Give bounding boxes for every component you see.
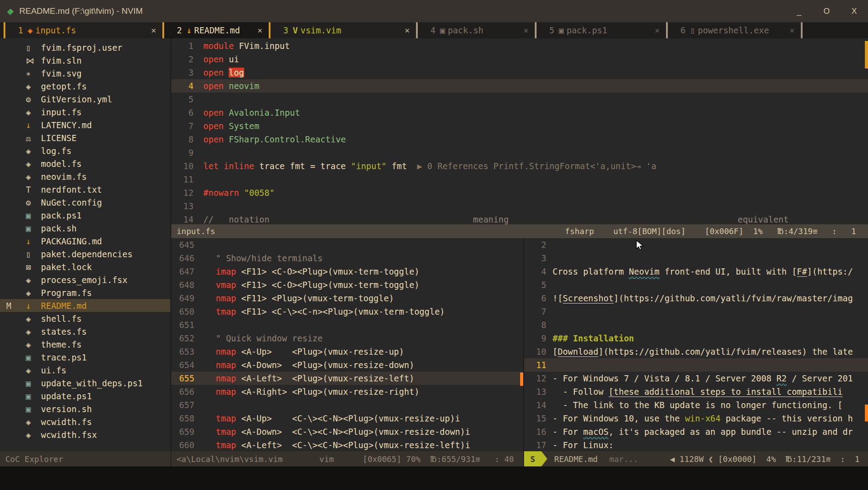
editor-line-647[interactable]: 647imap <F11> <C-O><Plug>(vmux-term-togg…	[171, 265, 523, 278]
file-item-ui.fs[interactable]: ◈ui.fs	[0, 364, 170, 377]
editor-line-4[interactable]: 4open neovim	[171, 79, 868, 93]
editor-input-fs[interactable]: 1module FVim.input2open ui3open log4open…	[171, 38, 868, 224]
editor-line-2[interactable]: 2	[524, 238, 868, 251]
editor-line-659[interactable]: 659tmap <A-Down> <C-\><C-N><Plug>(vmux-r…	[171, 425, 523, 438]
file-item-paket.dependencies[interactable]: ▯paket.dependencies	[0, 247, 170, 260]
tab-close-icon[interactable]: ×	[785, 25, 795, 35]
editor-line-6[interactable]: 6open Avalonia.Input	[171, 106, 868, 119]
file-item-paket.lock[interactable]: ⊠paket.lock	[0, 260, 170, 273]
file-item-input.fs[interactable]: ◈input.fs	[0, 105, 170, 118]
file-item-update_with_deps.ps1[interactable]: ▣update_with_deps.ps1	[0, 377, 170, 389]
file-item-fvim.sln[interactable]: ⋈fvim.sln	[0, 54, 170, 67]
tab-close-icon[interactable]: ×	[400, 25, 410, 35]
tab-pack.sh[interactable]: 4▣pack.sh×	[416, 22, 535, 38]
tab-input.fs[interactable]: 1◈input.fs×	[4, 22, 162, 38]
editor-line-1[interactable]: 1module FVim.input	[171, 39, 868, 53]
file-item-getopt.fs[interactable]: ◈getopt.fs	[0, 80, 170, 93]
editor-readme-md[interactable]: 234Cross platform Neovim front-end UI, b…	[524, 238, 868, 451]
editor-vsim-vim[interactable]: 645646" Show/hide terminals647imap <F11>…	[171, 238, 523, 451]
file-item-NuGet.config[interactable]: ⚙NuGet.config	[0, 196, 170, 209]
file-item-PACKAGING.md[interactable]: ↓PACKAGING.md	[0, 235, 170, 247]
file-item-README.md[interactable]: M↓README.md	[0, 299, 170, 312]
maximize-button[interactable]: O	[813, 0, 840, 22]
editor-line-654[interactable]: 654nmap <A-Down> <Plug>(vmux-resize-down…	[171, 358, 523, 372]
file-item-theme.fs[interactable]: ◈theme.fs	[0, 338, 170, 351]
editor-line-16[interactable]: 16- For macOS, it's packaged as an app b…	[524, 425, 868, 438]
editor-line-11[interactable]: 11	[171, 173, 868, 186]
editor-line-648[interactable]: 648vmap <F11> <C-O><Plug>(vmux-term-togg…	[171, 278, 523, 292]
file-item-Program.fs[interactable]: ◈Program.fs	[0, 286, 170, 299]
editor-line-10[interactable]: 10let inline trace fmt = trace "input" f…	[171, 159, 868, 173]
file-item-shell.fs[interactable]: ◈shell.fs	[0, 312, 170, 325]
editor-line-656[interactable]: 656nmap <A-Right> <Plug>(vmux-resize-rig…	[171, 385, 523, 398]
editor-line-5[interactable]: 5	[171, 93, 868, 106]
tab-README.md[interactable]: 2↓README.md×	[162, 22, 269, 38]
editor-line-7[interactable]: 7	[524, 305, 868, 318]
file-item-neovim.fs[interactable]: ◈neovim.fs	[0, 170, 170, 183]
editor-line-5[interactable]: 5	[524, 278, 868, 292]
editor-line-645[interactable]: 645	[171, 238, 523, 251]
editor-line-650[interactable]: 650tmap <F11> <C-\><C-n><Plug>(vmux-term…	[171, 305, 523, 318]
file-item-version.sh[interactable]: ▣version.sh	[0, 402, 170, 415]
file-item-process_emoji.fsx[interactable]: ◈process_emoji.fsx	[0, 273, 170, 286]
editor-line-660[interactable]: 660tmap <A-Left> <C-\><C-N><Plug>(vmux-r…	[171, 438, 523, 451]
editor-line-646[interactable]: 646" Show/hide terminals	[171, 251, 523, 265]
editor-line-8[interactable]: 8	[524, 318, 868, 332]
file-item-update.ps1[interactable]: ▣update.ps1	[0, 389, 170, 402]
tab-close-icon[interactable]: ×	[650, 25, 660, 35]
file-item-log.fs[interactable]: ◈log.fs	[0, 144, 170, 157]
editor-line-655[interactable]: 655nmap <A-Left> <Plug>(vmux-resize-left…	[171, 372, 523, 385]
scrollbar-thumb[interactable]	[865, 405, 868, 421]
tab-pack.ps1[interactable]: 5▣pack.ps1×	[535, 22, 666, 38]
close-button[interactable]: X	[840, 0, 868, 22]
file-item-LICENSE[interactable]: ⚖LICENSE	[0, 131, 170, 144]
file-item-wcwidth.fs[interactable]: ◈wcwidth.fs	[0, 415, 170, 428]
editor-line-9[interactable]: 9	[171, 146, 868, 159]
file-item-wcwidth.fsx[interactable]: ◈wcwidth.fsx	[0, 428, 170, 441]
file-item-model.fs[interactable]: ◈model.fs	[0, 157, 170, 170]
editor-line-11[interactable]: 11	[524, 358, 868, 372]
file-item-trace.ps1[interactable]: ▣trace.ps1	[0, 351, 170, 364]
tab-close-icon[interactable]: ×	[519, 25, 529, 35]
file-item-nerdfont.txt[interactable]: Tnerdfont.txt	[0, 183, 170, 196]
scrollbar-thumb[interactable]	[520, 373, 523, 386]
editor-line-651[interactable]: 651	[171, 318, 523, 332]
scrollbar-thumb[interactable]	[865, 41, 868, 69]
file-item-LATENCY.md[interactable]: ↓LATENCY.md	[0, 118, 170, 131]
editor-line-3[interactable]: 3open log	[171, 66, 868, 79]
fsharp-icon: ◈	[26, 275, 41, 285]
file-item-pack.ps1[interactable]: ▣pack.ps1	[0, 209, 170, 222]
file-item-fvim.fsproj.user[interactable]: ▯fvim.fsproj.user	[0, 41, 170, 54]
editor-line-4[interactable]: 4Cross platform Neovim front-end UI, bui…	[524, 265, 868, 278]
editor-line-6[interactable]: 6![Screenshot](https://github.com/yatli/…	[524, 292, 868, 305]
editor-line-12[interactable]: 12- For Windows 7 / Vista / 8.1 / Server…	[524, 372, 868, 385]
editor-line-14[interactable]: 14// notation meaning equivalent	[171, 213, 868, 224]
editor-line-9[interactable]: 9### Installation	[524, 332, 868, 345]
editor-line-657[interactable]: 657	[171, 398, 523, 412]
minimize-button[interactable]: _	[785, 0, 813, 22]
editor-line-14[interactable]: 14 - The link to the KB update is no lon…	[524, 398, 868, 412]
tab-close-icon[interactable]: ×	[253, 25, 262, 35]
tab-powershell.exe[interactable]: 6▯powershell.exe×	[666, 22, 801, 38]
file-item-states.fs[interactable]: ◈states.fs	[0, 325, 170, 338]
editor-line-653[interactable]: 653nmap <A-Up> <Plug>(vmux-resize-up)	[171, 345, 523, 358]
editor-line-13[interactable]: 13	[171, 199, 868, 213]
editor-line-10[interactable]: 10[Download](https://github.com/yatli/fv…	[524, 345, 868, 358]
file-item-pack.sh[interactable]: ▣pack.sh	[0, 222, 170, 235]
editor-line-2[interactable]: 2open ui	[171, 53, 868, 66]
fsharp-icon: ◈	[26, 288, 41, 298]
tab-close-icon[interactable]: ×	[147, 25, 156, 35]
file-item-GitVersion.yml[interactable]: ⚙GitVersion.yml	[0, 93, 170, 105]
editor-line-7[interactable]: 7open System	[171, 119, 868, 133]
editor-line-12[interactable]: 12#nowarn "0058"	[171, 186, 868, 199]
editor-line-3[interactable]: 3	[524, 251, 868, 265]
editor-line-652[interactable]: 652" Quick window resize	[171, 332, 523, 345]
editor-line-15[interactable]: 15- For Windows 10, use the win-x64 pack…	[524, 412, 868, 425]
editor-line-17[interactable]: 17- For Linux:	[524, 438, 868, 451]
editor-line-13[interactable]: 13 - Follow [these additional steps to i…	[524, 385, 868, 398]
editor-line-8[interactable]: 8open FSharp.Control.Reactive	[171, 133, 868, 146]
editor-line-658[interactable]: 658tmap <A-Up> <C-\><C-N><Plug>(vmux-res…	[171, 412, 523, 425]
editor-line-649[interactable]: 649nmap <F11> <Plug>(vmux-term-toggle)	[171, 292, 523, 305]
file-item-fvim.svg[interactable]: ∗fvim.svg	[0, 67, 170, 80]
tab-vsim.vim[interactable]: 3Vvsim.vim×	[269, 22, 416, 38]
